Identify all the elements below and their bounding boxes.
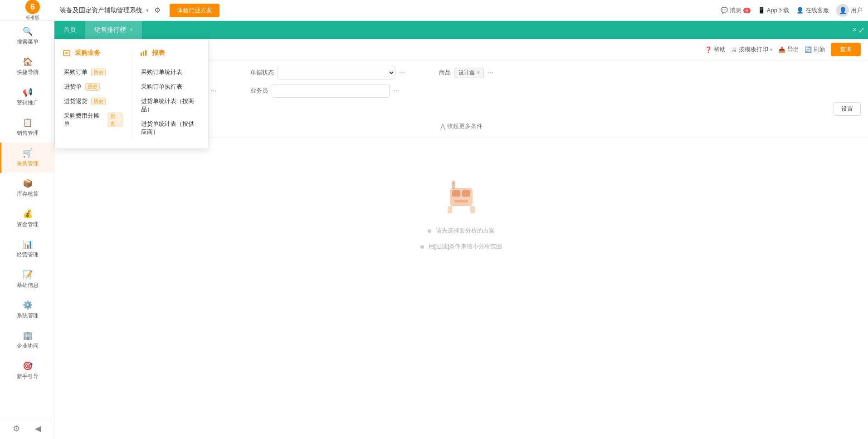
dropdown-item-purchase-order-stats[interactable]: 采购订单统计表 [139, 65, 201, 79]
sidebar-collapse-btn[interactable]: ◀ [35, 424, 41, 434]
filter-goods: 商品 设计鑫 × ··· [439, 68, 620, 78]
dropdown-item-receipt-stats-goods[interactable]: 进货单统计表（按商品） [139, 94, 201, 117]
refresh-button[interactable]: 🔄 刷新 [805, 45, 825, 54]
dropdown-col-report-title: 报表 [152, 49, 165, 57]
sidebar-item-enterprise[interactable]: 🏢 企业协同 [0, 325, 54, 355]
message-item[interactable]: 💬 消息 6 [721, 6, 751, 15]
purchase-expense-label: 采购费用分摊单 [64, 112, 104, 128]
dropdown-col-purchase: 采购业务 采购订单 历史 进货单 历史 进货退货 历史 采购费用分摊单 历史 [55, 45, 132, 143]
collapse-text: 收起更多条件 [447, 122, 483, 130]
svg-rect-12 [143, 51, 144, 56]
service-icon: 👤 [796, 7, 804, 14]
logo-area: 6 标准版 [5, 0, 60, 21]
top-navbar: 6 标准版 装备及固定资产辅助管理系统 ▾ ⚙ 体验行业方案 💬 消息 6 📱 … [0, 0, 868, 21]
sidebar-item-purchase[interactable]: 🛒 采购管理 [0, 143, 54, 173]
tab-bar: 首页 销售排行榜 × × ⤢ [54, 21, 868, 39]
sidebar-item-guide[interactable]: 🎯 新手引导 [0, 355, 54, 386]
sidebar-item-system[interactable]: ⚙️ 系统管理 [0, 295, 54, 325]
user-item[interactable]: 👤 用户 [836, 4, 863, 17]
sidebar-item-sales[interactable]: 📋 销售管理 [0, 112, 54, 143]
dropdown-col-purchase-header: 采购业务 [62, 49, 124, 60]
help-button[interactable]: ❓ 帮助 [705, 45, 726, 54]
dropdown-item-purchase-expense[interactable]: 采购费用分摊单 历史 [62, 109, 124, 131]
salesperson-input[interactable] [272, 84, 390, 98]
goods-tag-close[interactable]: × [477, 69, 480, 76]
purchase-order-exec-label: 采购订单执行表 [141, 83, 182, 91]
sidebar-label-inventory: 库存核算 [17, 190, 39, 198]
purchase-col-icon [62, 49, 71, 58]
salesperson-dots[interactable]: ··· [393, 87, 399, 95]
trial-button[interactable]: 体验行业方案 [170, 4, 219, 17]
svg-rect-3 [454, 200, 468, 202]
tab-home-label: 首页 [63, 26, 76, 34]
settings-button[interactable]: 设置 [834, 102, 861, 116]
goods-return-label: 进货退货 [64, 97, 88, 105]
goods-receipt-hist: 历史 [85, 83, 100, 91]
help-icon: ❓ [705, 46, 712, 53]
sidebar-item-inventory[interactable]: 📦 库存核算 [0, 173, 54, 203]
sidebar-label-search: 搜索菜单 [17, 38, 39, 46]
goods-label: 商品 [439, 69, 451, 77]
sales-icon: 📋 [23, 118, 33, 128]
sidebar-item-marketing[interactable]: 📢 营销推广 [0, 82, 54, 112]
purchase-order-hist: 历史 [91, 69, 106, 76]
bill-status-dots[interactable]: ··· [399, 69, 405, 77]
dropdown-cols: 采购业务 采购订单 历史 进货单 历史 进货退货 历史 采购费用分摊单 历史 [55, 45, 208, 143]
sidebar: 🔍 搜索菜单 🏠 快捷导航 📢 营销推广 📋 销售管理 🛒 采购管理 📦 库存核… [0, 21, 54, 439]
sidebar-item-finance[interactable]: 💰 资金管理 [0, 203, 54, 234]
sidebar-item-operations[interactable]: 📊 经营管理 [0, 234, 54, 264]
enterprise-icon: 🏢 [23, 330, 33, 340]
tab-window-expand-icon[interactable]: ⤢ [858, 26, 864, 35]
sidebar-label-sales: 销售管理 [17, 129, 39, 137]
print-label: 按模板打印 [739, 45, 768, 54]
sidebar-settings-btn[interactable]: ⚙ [13, 424, 20, 434]
filter-salesperson: 业务员 ··· [250, 84, 432, 98]
goods-dots[interactable]: ··· [488, 69, 493, 77]
dropdown-item-purchase-order[interactable]: 采购订单 历史 [62, 65, 124, 79]
finance-icon: 💰 [23, 209, 33, 219]
bill-status-select[interactable] [278, 66, 395, 79]
phone-icon: 📱 [758, 7, 765, 14]
report-col-icon [139, 49, 148, 58]
sidebar-label-purchase: 采购管理 [17, 160, 39, 168]
query-button[interactable]: 查询 [831, 43, 861, 56]
purchase-expense-hist: 历史 [108, 113, 122, 127]
system-dropdown-arrow[interactable]: ▾ [146, 7, 149, 14]
dropdown-item-purchase-order-exec[interactable]: 采购订单执行表 [139, 79, 201, 94]
dropdown-col-purchase-title: 采购业务 [75, 49, 100, 57]
sidebar-item-search[interactable]: 🔍 搜索菜单 [0, 21, 54, 51]
app-download-label: App下载 [767, 6, 789, 15]
app-download-item[interactable]: 📱 App下载 [758, 6, 789, 15]
rank-dots[interactable]: ··· [210, 87, 216, 95]
purchase-icon: 🛒 [23, 148, 33, 158]
tab-sales-ranking[interactable]: 销售排行榜 × [85, 21, 142, 39]
sidebar-label-finance: 资金管理 [17, 221, 39, 228]
tab-window-close-icon[interactable]: × [853, 26, 857, 34]
dropdown-col-report: 报表 采购订单统计表 采购订单执行表 进货单统计表（按商品） 进货单统计表（按供… [132, 45, 209, 143]
export-label: 导出 [787, 45, 799, 54]
dropdown-item-goods-receipt[interactable]: 进货单 历史 [62, 79, 124, 94]
salesperson-label: 业务员 [250, 87, 268, 95]
system-settings-icon[interactable]: ⚙ [154, 6, 161, 15]
dropdown-col-report-header: 报表 [139, 49, 201, 60]
logo-subtitle: 标准版 [26, 15, 39, 21]
online-service-item[interactable]: 👤 在线客服 [796, 6, 829, 15]
tab-sales-ranking-label: 销售排行榜 [94, 26, 126, 34]
empty-state: 请先选择要分析的方案 用[过滤]条件来缩小分析范围 [54, 138, 868, 288]
sidebar-item-basic[interactable]: 📝 基础信息 [0, 264, 54, 295]
print-arrow[interactable]: ▾ [770, 47, 773, 53]
sidebar-label-operations: 经营管理 [17, 251, 39, 259]
message-label: 消息 [730, 6, 741, 15]
purchase-dropdown-menu: 采购业务 采购订单 历史 进货单 历史 进货退货 历史 采购费用分摊单 历史 [54, 39, 209, 149]
user-avatar: 👤 [836, 4, 849, 17]
home-icon: 🏠 [23, 57, 33, 67]
export-button[interactable]: 📤 导出 [778, 45, 799, 54]
print-button[interactable]: 🖨 按模板打印 ▾ [731, 45, 773, 54]
basic-icon: 📝 [23, 270, 33, 280]
system-name: 装备及固定资产辅助管理系统 [60, 6, 142, 15]
sidebar-item-quicknav[interactable]: 🏠 快捷导航 [0, 51, 54, 82]
tab-close-icon[interactable]: × [130, 27, 133, 33]
tab-home[interactable]: 首页 [54, 21, 85, 39]
dropdown-item-receipt-stats-supplier[interactable]: 进货单统计表（按供应商） [139, 117, 201, 139]
dropdown-item-goods-return[interactable]: 进货退货 历史 [62, 94, 124, 109]
